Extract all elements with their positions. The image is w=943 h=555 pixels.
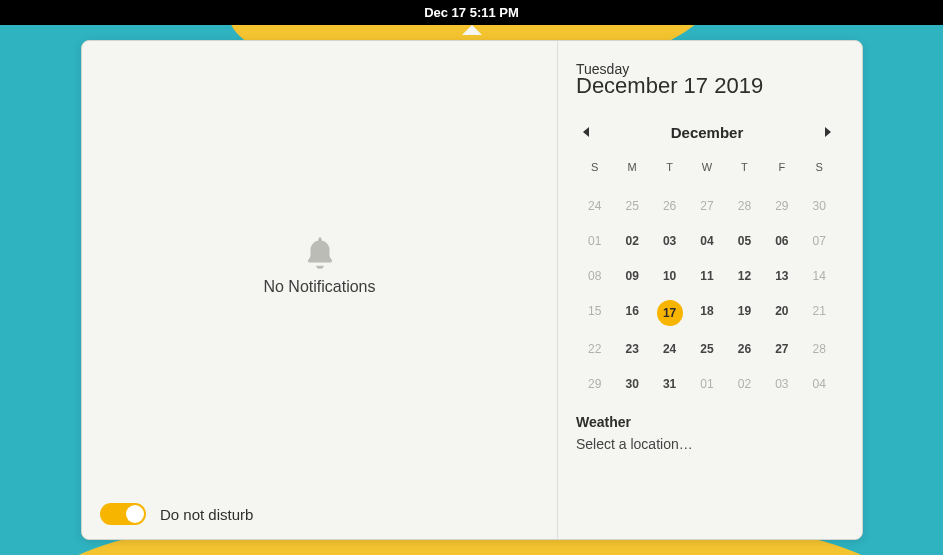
calendar-day[interactable]: 25 <box>613 195 650 218</box>
calendar-day[interactable]: 26 <box>726 338 763 361</box>
calendar-day[interactable]: 21 <box>801 300 838 326</box>
calendar-panel: Tuesday December 17 2019 December SMTWTF… <box>558 41 862 539</box>
calendar-day[interactable]: 31 <box>651 373 688 396</box>
calendar-day[interactable]: 29 <box>763 195 800 218</box>
notification-calendar-popover: No Notifications Do not disturb Tuesday … <box>81 40 863 540</box>
calendar-day[interactable]: 18 <box>688 300 725 326</box>
next-month-button[interactable] <box>816 121 838 143</box>
calendar-day[interactable]: 14 <box>801 265 838 288</box>
dnd-row: Do not disturb <box>82 489 557 539</box>
no-notifications-label: No Notifications <box>263 278 375 296</box>
dnd-label: Do not disturb <box>160 506 253 523</box>
calendar-dow-cell: T <box>651 161 688 173</box>
calendar-day[interactable]: 01 <box>576 230 613 253</box>
calendar-dow-row: SMTWTFS <box>576 161 838 173</box>
bell-icon <box>301 234 339 272</box>
calendar-day[interactable]: 27 <box>688 195 725 218</box>
calendar-day[interactable]: 25 <box>688 338 725 361</box>
popover-arrow <box>462 25 482 35</box>
calendar-day[interactable]: 28 <box>726 195 763 218</box>
calendar-day[interactable]: 28 <box>801 338 838 361</box>
calendar-month-label: December <box>671 124 744 141</box>
calendar-day[interactable]: 13 <box>763 265 800 288</box>
calendar-day[interactable]: 10 <box>651 265 688 288</box>
calendar-header: December <box>576 121 838 143</box>
calendar-day[interactable]: 02 <box>613 230 650 253</box>
calendar-day[interactable]: 02 <box>726 373 763 396</box>
calendar-day[interactable]: 09 <box>613 265 650 288</box>
calendar-day[interactable]: 05 <box>726 230 763 253</box>
calendar-day[interactable]: 24 <box>576 195 613 218</box>
calendar-day[interactable]: 22 <box>576 338 613 361</box>
calendar-day[interactable]: 01 <box>688 373 725 396</box>
calendar-day[interactable]: 07 <box>801 230 838 253</box>
calendar-day[interactable]: 04 <box>801 373 838 396</box>
calendar-dow-cell: M <box>613 161 650 173</box>
calendar-dow-cell: F <box>763 161 800 173</box>
notifications-empty-state: No Notifications <box>82 41 557 489</box>
topbar-clock[interactable]: Dec 17 5:11 PM <box>410 0 533 25</box>
calendar-dow-cell: S <box>576 161 613 173</box>
calendar-day[interactable]: 17 <box>651 300 688 326</box>
calendar-day[interactable]: 03 <box>763 373 800 396</box>
calendar-day[interactable]: 08 <box>576 265 613 288</box>
notifications-panel: No Notifications Do not disturb <box>82 41 557 539</box>
current-full-date: December 17 2019 <box>576 73 838 99</box>
calendar-day[interactable]: 19 <box>726 300 763 326</box>
calendar-dow-cell: W <box>688 161 725 173</box>
calendar-day[interactable]: 26 <box>651 195 688 218</box>
calendar-day[interactable]: 03 <box>651 230 688 253</box>
dnd-toggle[interactable] <box>100 503 146 525</box>
calendar-dow-cell: S <box>801 161 838 173</box>
calendar-day[interactable]: 20 <box>763 300 800 326</box>
calendar-day[interactable]: 30 <box>801 195 838 218</box>
calendar-grid: 2425262728293001020304050607080910111213… <box>576 195 838 396</box>
prev-month-button[interactable] <box>576 121 598 143</box>
calendar-day[interactable]: 04 <box>688 230 725 253</box>
calendar-day[interactable]: 06 <box>763 230 800 253</box>
calendar-day[interactable]: 11 <box>688 265 725 288</box>
calendar-day[interactable]: 12 <box>726 265 763 288</box>
calendar-day[interactable]: 23 <box>613 338 650 361</box>
calendar-day[interactable]: 24 <box>651 338 688 361</box>
calendar-day[interactable]: 15 <box>576 300 613 326</box>
calendar-day[interactable]: 16 <box>613 300 650 326</box>
calendar-day[interactable]: 29 <box>576 373 613 396</box>
weather-title: Weather <box>576 414 838 430</box>
calendar-day[interactable]: 27 <box>763 338 800 361</box>
calendar-dow-cell: T <box>726 161 763 173</box>
calendar-day[interactable]: 30 <box>613 373 650 396</box>
weather-select-location[interactable]: Select a location… <box>576 436 838 452</box>
topbar: Dec 17 5:11 PM <box>0 0 943 25</box>
